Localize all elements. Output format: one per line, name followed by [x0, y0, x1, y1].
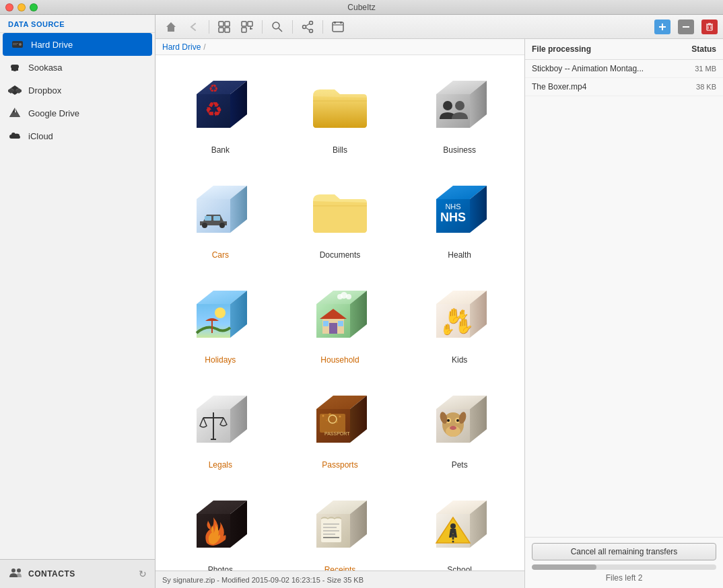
svg-rect-2	[13, 43, 18, 44]
sookasa-icon	[8, 61, 22, 74]
close-button[interactable]	[5, 3, 13, 11]
status-text: Sy signature.zip - Modified 2015-09-02 1…	[162, 576, 364, 584]
svg-point-29	[310, 21, 313, 24]
titlebar: CubeItz	[0, 0, 723, 15]
file-item-business[interactable]: Business	[401, 62, 518, 160]
progress-fill	[532, 564, 596, 570]
right-panel-header: File processing Status	[525, 39, 723, 60]
maximize-button[interactable]	[30, 3, 38, 11]
file-item-bank[interactable]: ♻ ♻ Bank	[162, 62, 279, 160]
svg-point-136	[450, 523, 456, 529]
breadcrumb-bar: Hard Drive /	[156, 39, 524, 55]
contacts-icon	[8, 565, 23, 583]
svg-line-33	[306, 28, 310, 30]
file-item-bills[interactable]: Bills	[282, 62, 399, 160]
bank-icon: ♻ ♻	[183, 67, 257, 141]
pets-label: Pets	[452, 460, 468, 470]
transfer-name-stickboy: Stickboy -- Animation Montag...	[532, 64, 695, 73]
minus-button[interactable]	[678, 20, 694, 34]
svg-point-107	[335, 421, 337, 423]
file-item-kids[interactable]: ✋ ✋ ✋ ✋ Kids	[401, 272, 518, 370]
svg-rect-24	[242, 28, 246, 32]
svg-text:PASSPORT: PASSPORT	[324, 431, 350, 436]
svg-point-62	[219, 223, 225, 228]
breadcrumb-separator: /	[203, 42, 205, 52]
sidebar-item-icloud[interactable]: iCloud	[0, 124, 155, 147]
sidebar-items: Hard Drive Sookasa	[0, 33, 155, 559]
home-button[interactable]	[161, 17, 181, 36]
svg-point-55	[455, 101, 464, 110]
svg-rect-26	[250, 27, 252, 30]
window-controls[interactable]	[5, 3, 38, 11]
icloud-icon	[8, 129, 22, 143]
svg-line-28	[279, 28, 282, 32]
transfer-size-stickboy: 31 MB	[695, 65, 716, 73]
sidebar-label-google-drive: Google Drive	[28, 108, 79, 118]
legals-label: Legals	[209, 460, 232, 470]
file-col-header: File processing	[532, 44, 691, 54]
file-item-receipts[interactable]: Receipts	[282, 482, 399, 571]
svg-rect-23	[248, 22, 252, 26]
file-item-documents[interactable]: Documents	[282, 167, 399, 265]
hard-drive-icon	[11, 38, 24, 51]
scan-button[interactable]	[214, 17, 234, 36]
separator-4	[322, 20, 323, 34]
minimize-button[interactable]	[18, 3, 26, 11]
refresh-icon[interactable]: ↻	[139, 568, 147, 579]
google-drive-icon	[8, 106, 22, 120]
passports-icon: PASSPORT	[303, 382, 377, 456]
svg-rect-22	[242, 22, 246, 26]
sidebar-item-sookasa[interactable]: Sookasa	[0, 56, 155, 79]
content-area: Hard Drive /	[156, 39, 524, 588]
svg-point-117	[450, 426, 456, 430]
breadcrumb-path[interactable]: Hard Drive	[162, 42, 201, 52]
svg-point-1	[19, 43, 22, 46]
pets-icon	[423, 382, 497, 456]
info-button[interactable]	[328, 17, 348, 36]
file-item-passports[interactable]: PASSPORT Passports	[282, 377, 399, 475]
sidebar-item-hard-drive[interactable]: Hard Drive	[3, 33, 152, 56]
svg-rect-60	[213, 216, 220, 221]
documents-label: Documents	[320, 250, 361, 260]
cancel-transfers-button[interactable]: Cancel all remaining transfers	[532, 543, 716, 560]
kids-label: Kids	[452, 355, 467, 365]
svg-rect-3	[13, 44, 17, 45]
file-item-cars[interactable]: Cars	[162, 167, 279, 265]
svg-rect-7	[11, 68, 18, 71]
right-panel-items: Stickboy -- Animation Montag... 31 MB Th…	[525, 60, 723, 537]
file-item-school[interactable]: School	[401, 482, 518, 571]
search-button[interactable]	[267, 17, 287, 36]
transfer-name-boxer: The Boxer.mp4	[532, 82, 696, 91]
receipts-label: Receipts	[324, 565, 356, 571]
separator-3	[292, 20, 293, 34]
file-item-household[interactable]: Household	[282, 272, 399, 370]
school-icon	[423, 487, 497, 561]
share-button[interactable]	[298, 17, 318, 36]
file-item-holidays[interactable]: Holidays	[162, 272, 279, 370]
file-item-health[interactable]: NHS NHS Health	[401, 167, 518, 265]
sidebar-item-google-drive[interactable]: Google Drive	[0, 102, 155, 124]
export-button[interactable]	[237, 17, 257, 36]
delete-button[interactable]	[701, 20, 718, 34]
svg-point-115	[447, 419, 450, 422]
sidebar-item-dropbox[interactable]: Dropbox	[0, 79, 155, 102]
back-button[interactable]	[184, 17, 204, 36]
transfer-size-boxer: 38 KB	[696, 83, 716, 91]
svg-text:✋: ✋	[441, 323, 454, 336]
svg-text:NHS: NHS	[440, 211, 466, 224]
progress-bar	[532, 564, 716, 570]
svg-point-15	[11, 568, 15, 573]
file-item-pets[interactable]: Pets	[401, 377, 518, 475]
sidebar-footer: CONTACTS ↻	[0, 559, 155, 588]
svg-point-27	[273, 22, 279, 29]
bills-icon	[303, 67, 377, 141]
file-item-photos[interactable]: Photos	[162, 482, 279, 571]
svg-point-71	[215, 307, 226, 318]
add-button[interactable]	[654, 20, 670, 34]
status-col-header: Status	[691, 44, 716, 54]
file-item-legals[interactable]: Legals	[162, 377, 279, 475]
svg-point-61	[202, 223, 207, 228]
svg-point-104	[329, 413, 331, 416]
svg-point-138	[452, 541, 454, 543]
svg-text:✋: ✋	[455, 317, 474, 335]
